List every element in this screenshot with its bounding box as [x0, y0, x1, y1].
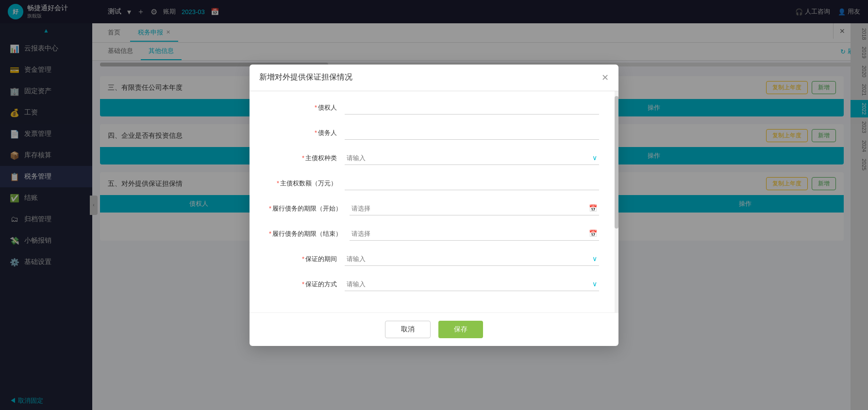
dialog-footer: 取消 保存: [250, 312, 618, 346]
creditor-label: *债权人: [269, 103, 337, 112]
period-start-label: *履行债务的期限（开始）: [269, 204, 342, 213]
form-row-guarantee-period: *保证的期间 ∨: [269, 252, 599, 266]
form-row-period-start: *履行债务的期限（开始） 📅: [269, 202, 599, 215]
dialog-header: 新增对外提供保证担保情况 ✕: [250, 65, 618, 91]
period-end-input[interactable]: [350, 227, 589, 240]
form-row-guarantee-method: *保证的方式 ∨: [269, 278, 599, 291]
debtor-label: *债务人: [269, 129, 337, 137]
required-mark: *: [269, 205, 271, 212]
required-mark: *: [315, 104, 317, 111]
required-mark: *: [302, 255, 304, 262]
required-mark: *: [315, 129, 317, 136]
period-start-input[interactable]: [350, 202, 589, 215]
guarantee-period-input[interactable]: [345, 252, 592, 265]
required-mark: *: [277, 180, 279, 187]
period-start-wrap: 📅: [350, 202, 599, 215]
period-end-calendar-icon[interactable]: 📅: [589, 230, 599, 237]
claim-type-select-wrap: ∨: [345, 151, 599, 165]
guarantee-method-wrap: ∨: [345, 278, 599, 291]
dialog-title: 新增对外提供保证担保情况: [259, 72, 352, 82]
guarantee-period-arrow[interactable]: ∨: [592, 255, 599, 262]
dialog-overlay[interactable]: 新增对外提供保证担保情况 ✕ *债权人 *债务人 *: [0, 0, 868, 410]
dialog-close-btn[interactable]: ✕: [601, 72, 609, 83]
save-button[interactable]: 保存: [438, 321, 483, 338]
dialog-scrollbar[interactable]: [615, 91, 618, 312]
claim-amount-label: *主债权数额（万元）: [269, 179, 337, 188]
required-mark: *: [269, 230, 271, 237]
dialog-scrollbar-thumb: [615, 96, 618, 229]
form-row-claim-type: *主债权种类 ∨: [269, 151, 599, 165]
dialog: 新增对外提供保证担保情况 ✕ *债权人 *债务人 *: [250, 65, 618, 346]
creditor-input[interactable]: [345, 101, 599, 115]
claim-type-label: *主债权种类: [269, 154, 337, 163]
period-end-label: *履行债务的期限（结束）: [269, 230, 342, 238]
form-row-debtor: *债务人: [269, 126, 599, 140]
dialog-body: *债权人 *债务人 *主债权种类 ∨: [250, 91, 618, 312]
guarantee-method-input[interactable]: [345, 278, 592, 291]
form-row-creditor: *债权人: [269, 101, 599, 115]
required-mark: *: [302, 280, 304, 288]
claim-amount-input[interactable]: [345, 177, 599, 190]
guarantee-period-label: *保证的期间: [269, 255, 337, 263]
cancel-button[interactable]: 取消: [385, 321, 431, 338]
period-end-wrap: 📅: [350, 227, 599, 241]
form-row-claim-amount: *主债权数额（万元）: [269, 177, 599, 190]
form-row-period-end: *履行债务的期限（结束） 📅: [269, 227, 599, 241]
required-mark: *: [302, 154, 304, 162]
debtor-input[interactable]: [345, 126, 599, 140]
claim-type-arrow[interactable]: ∨: [592, 154, 599, 162]
guarantee-method-label: *保证的方式: [269, 280, 337, 289]
claim-type-input[interactable]: [345, 151, 592, 164]
guarantee-method-arrow[interactable]: ∨: [592, 280, 599, 288]
guarantee-period-wrap: ∨: [345, 252, 599, 266]
period-start-calendar-icon[interactable]: 📅: [589, 204, 599, 212]
